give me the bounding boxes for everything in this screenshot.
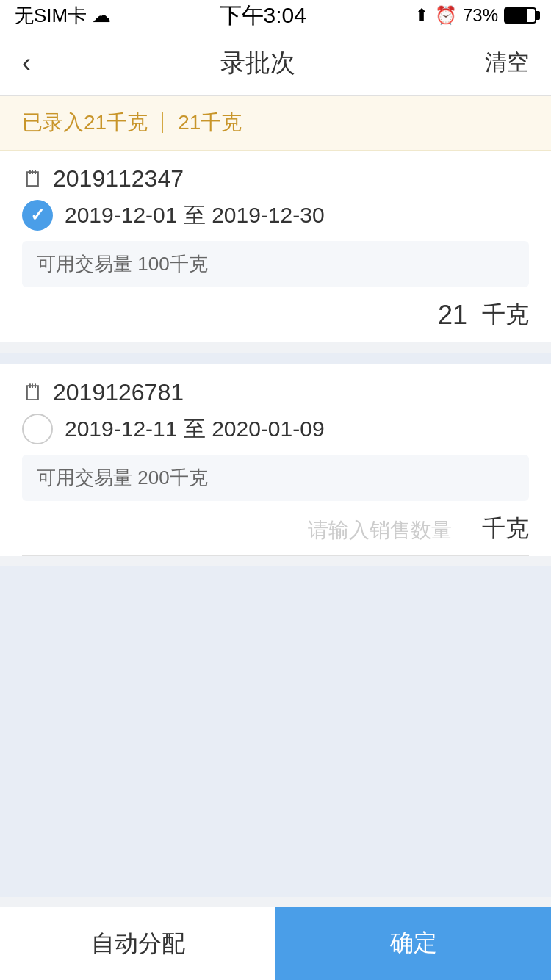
summary-value: 21千克: [178, 109, 242, 137]
batch-unit-2: 千克: [482, 513, 529, 545]
bottom-bar: 自动分配 确定: [0, 907, 551, 980]
batch-quantity-input-2[interactable]: [22, 516, 470, 543]
batch-doc-icon-2: 🗒: [22, 381, 44, 406]
batch-avail-1: 可用交易量 100千克: [22, 241, 529, 287]
status-bar: 无SIM卡 ☁ 下午3:04 ⬆ ⏰ 73%: [0, 0, 551, 31]
divider-2: [22, 555, 529, 556]
radio-button-1[interactable]: [22, 200, 53, 231]
battery-text: 73%: [463, 5, 498, 26]
batch-id-2: 2019126781: [53, 379, 184, 406]
batch-header-1: 🗒 2019112347: [22, 165, 529, 192]
status-left: 无SIM卡 ☁: [15, 3, 111, 29]
batch-input-row-2: 千克: [22, 501, 529, 545]
batch-item-1: 🗒 2019112347 2019-12-01 至 2019-12-30 可用交…: [0, 151, 551, 342]
batch-header-2: 🗒 2019126781: [22, 379, 529, 406]
sim-text: 无SIM卡 ☁: [15, 3, 111, 29]
summary-label: 已录入21千克: [22, 109, 148, 137]
clear-button[interactable]: 清空: [485, 48, 529, 78]
alarm-icon: ⏰: [435, 5, 457, 26]
section-divider: [0, 353, 551, 364]
batch-unit-1: 千克: [482, 299, 529, 331]
batch-avail-2: 可用交易量 200千克: [22, 455, 529, 501]
main-scroll: 🗒 2019112347 2019-12-01 至 2019-12-30 可用交…: [0, 151, 551, 962]
batch-doc-icon-1: 🗒: [22, 167, 44, 192]
status-time: 下午3:04: [220, 1, 306, 31]
status-right: ⬆ ⏰ 73%: [414, 5, 536, 26]
auto-distribute-button[interactable]: 自动分配: [0, 907, 276, 980]
batch-value-display-1: 21 千克: [22, 287, 529, 331]
divider-1: [22, 342, 529, 342]
batch-id-1: 2019112347: [53, 165, 184, 192]
confirm-button[interactable]: 确定: [276, 907, 551, 980]
batch-date-2: 2019-12-11 至 2020-01-09: [65, 414, 325, 444]
batch-date-row-2: 2019-12-11 至 2020-01-09: [22, 414, 529, 444]
empty-area: [0, 566, 551, 897]
nav-bar: ‹ 录批次 清空: [0, 31, 551, 96]
summary-divider: [162, 112, 163, 133]
radio-button-2[interactable]: [22, 414, 53, 444]
page-title: 录批次: [220, 46, 295, 80]
summary-bar: 已录入21千克 21千克: [0, 96, 551, 151]
batch-date-1: 2019-12-01 至 2019-12-30: [65, 201, 325, 231]
battery-icon: [504, 7, 536, 24]
batch-item-2: 🗒 2019126781 2019-12-11 至 2020-01-09 可用交…: [0, 364, 551, 556]
batch-date-row-1: 2019-12-01 至 2019-12-30: [22, 200, 529, 231]
batch-value-num-1: 21: [438, 300, 467, 331]
back-button[interactable]: ‹: [22, 48, 31, 79]
location-icon: ⬆: [414, 5, 429, 26]
